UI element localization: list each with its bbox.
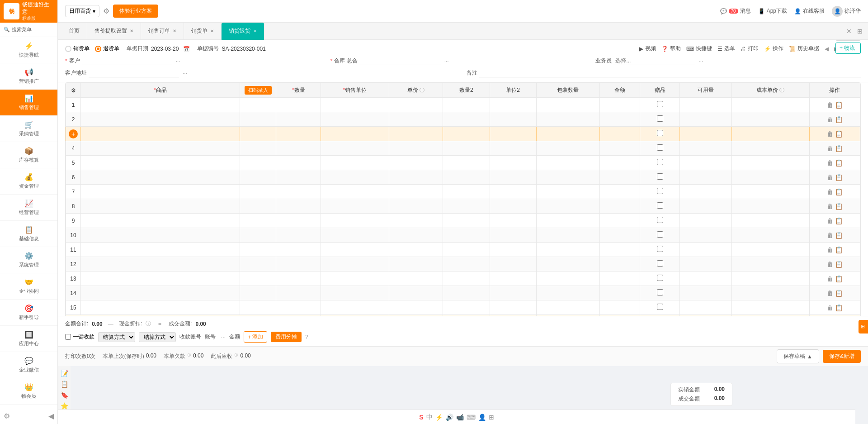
sidebar-item-system[interactable]: ⚙️ 系统管理 <box>0 247 57 273</box>
add-payment-btn[interactable]: + 添加 <box>244 331 267 343</box>
right-sidebar-btn-4[interactable]: ⭐ <box>61 402 68 410</box>
delete-row-btn-2[interactable]: 🗑 <box>827 116 833 123</box>
copy-row-btn-7[interactable]: 📋 <box>835 188 843 195</box>
address-dots-btn[interactable]: ··· <box>183 70 187 76</box>
copy-row-btn-3[interactable]: 📋 <box>835 130 843 138</box>
video-action-btn[interactable]: ▶ 视频 <box>639 45 656 52</box>
sidebar-item-finance[interactable]: 💰 资金管理 <box>0 168 57 195</box>
taskbar-icon-7[interactable]: 👤 <box>478 414 486 421</box>
history-action-btn[interactable]: 📜 历史单据 <box>789 45 819 52</box>
gift-checkbox-row-15[interactable] <box>657 304 663 310</box>
header-gear-icon[interactable]: ⚙ <box>103 7 109 15</box>
tab-sales-order[interactable]: 销售订单 ✕ <box>141 23 184 40</box>
right-sidebar-btn-2[interactable]: 📋 <box>61 381 68 388</box>
app-download-btn[interactable]: 📱 App下载 <box>758 7 787 15</box>
copy-row-btn-9[interactable]: 📋 <box>835 217 843 224</box>
close-sales-tab[interactable]: ✕ <box>210 29 214 33</box>
collect-checkbox-input[interactable] <box>65 334 71 340</box>
delete-row-btn-4[interactable]: 🗑 <box>827 145 833 152</box>
delete-row-btn-3[interactable]: 🗑 <box>827 130 833 138</box>
gift-checkbox-row-7[interactable] <box>657 188 663 194</box>
copy-row-btn-14[interactable]: 📋 <box>835 290 843 297</box>
collapse-sidebar-icon[interactable]: ◀ <box>48 412 54 420</box>
taskbar-icon-8[interactable]: ⊞ <box>489 414 494 421</box>
close-price-settings-tab[interactable]: ✕ <box>130 29 133 33</box>
shortcut-action-btn[interactable]: ⌨ 快捷键 <box>686 45 712 52</box>
product-input-row-3[interactable] <box>84 131 237 137</box>
copy-row-btn-1[interactable]: 📋 <box>835 101 843 109</box>
customer-input[interactable] <box>82 57 172 65</box>
copy-row-btn-8[interactable]: 📋 <box>835 203 843 210</box>
calendar-icon[interactable]: 📅 <box>183 46 190 52</box>
delete-row-btn-7[interactable]: 🗑 <box>827 188 833 195</box>
sidebar-item-enterprise[interactable]: 🤝 企业协同 <box>0 273 57 300</box>
calc-method-select[interactable]: 结算方式 <box>139 332 176 342</box>
account-dots-btn[interactable]: ··· <box>221 334 226 340</box>
delete-row-btn-14[interactable]: 🗑 <box>827 290 833 297</box>
warehouse-input[interactable] <box>359 57 441 65</box>
print-action-btn[interactable]: 🖨 打印 <box>741 45 759 52</box>
gift-checkbox-row-2[interactable] <box>657 115 663 122</box>
gift-checkbox-row-1[interactable] <box>657 101 663 107</box>
taskbar-icon-2[interactable]: 中 <box>426 413 433 421</box>
taskbar-icon-5[interactable]: 📹 <box>456 414 464 421</box>
user-avatar[interactable]: 👤 徐泽华 <box>832 6 861 17</box>
sidebar-item-member[interactable]: 👑 畅会员 <box>0 378 57 405</box>
gift-checkbox-row-4[interactable] <box>657 144 663 151</box>
taskbar-icon-4[interactable]: 🔊 <box>446 414 453 421</box>
sidebar-item-wechat[interactable]: 💬 企业微信 <box>0 352 57 378</box>
delete-row-btn-13[interactable]: 🗑 <box>827 275 833 282</box>
save-new-btn[interactable]: 保存&新增 <box>823 350 861 363</box>
scan-input-btn[interactable]: 扫码录入 <box>245 86 272 95</box>
tab-sales-return[interactable]: 销货退货 ✕ <box>222 23 264 40</box>
copy-row-btn-15[interactable]: 📋 <box>835 304 843 311</box>
sidebar-item-shortcut[interactable]: ⚡ 快捷导航 <box>0 37 57 63</box>
gift-checkbox-row-11[interactable] <box>657 246 663 252</box>
sidebar-item-sales[interactable]: 📊 销售管理 <box>0 90 57 116</box>
gift-checkbox-row-14[interactable] <box>657 289 663 295</box>
col-gear-header[interactable]: ⚙ <box>66 83 81 98</box>
operate-action-btn[interactable]: ⚡ 操作 <box>764 45 783 52</box>
copy-row-btn-5[interactable]: 📋 <box>835 159 843 167</box>
delete-row-btn-8[interactable]: 🗑 <box>827 203 833 210</box>
delete-row-btn-1[interactable]: 🗑 <box>827 101 833 109</box>
gift-checkbox-row-13[interactable] <box>657 275 663 281</box>
sidebar-item-purchase[interactable]: 🛒 采购管理 <box>0 116 57 142</box>
copy-row-btn-6[interactable]: 📋 <box>835 174 843 181</box>
close-tab-icon[interactable]: ✕ <box>844 27 854 36</box>
one-click-collect-checkbox[interactable]: 一键收款 <box>65 333 94 341</box>
right-sidebar-btn-1[interactable]: 📝 <box>61 370 68 377</box>
save-draft-btn[interactable]: 保存草稿 ▲ <box>777 349 819 363</box>
settings-gear-icon[interactable]: ⚙ <box>4 412 10 420</box>
copy-row-btn-13[interactable]: 📋 <box>835 275 843 282</box>
taskbar-icon-6[interactable]: ⌨ <box>467 414 476 421</box>
close-sales-order-tab[interactable]: ✕ <box>173 29 176 33</box>
copy-row-btn-11[interactable]: 📋 <box>835 246 843 253</box>
delete-row-btn-9[interactable]: 🗑 <box>827 217 833 224</box>
taskbar-icon-3[interactable]: ⚡ <box>435 414 443 421</box>
copy-row-btn-12[interactable]: 📋 <box>835 261 843 268</box>
settings-side-btn[interactable]: ⚙ 设置 <box>835 40 861 41</box>
gift-checkbox-row-10[interactable] <box>657 231 663 238</box>
delete-row-btn-10[interactable]: 🗑 <box>827 232 833 239</box>
sidebar-item-operations[interactable]: 📈 经营管理 <box>0 195 57 221</box>
settlement-method-select[interactable]: 结算方式 <box>98 332 135 342</box>
sidebar-item-basic[interactable]: 📋 基础信息 <box>0 221 57 247</box>
customer-dots-btn[interactable]: ··· <box>176 58 180 64</box>
sidebar-item-marketing[interactable]: 📢 营销推广 <box>0 63 57 90</box>
copy-row-btn-2[interactable]: 📋 <box>835 116 843 123</box>
help-action-btn[interactable]: ❓ 帮助 <box>661 45 681 52</box>
fenyong-btn[interactable]: 费用分摊 <box>271 332 302 342</box>
gift-checkbox-row-12[interactable] <box>657 260 663 267</box>
sidebar-item-appstore[interactable]: 🔲 应用中心 <box>0 326 57 352</box>
add-row-btn[interactable]: + <box>69 129 78 138</box>
gift-checkbox-row-9[interactable] <box>657 217 663 223</box>
online-service-btn[interactable]: 👤 在线客服 <box>794 7 825 15</box>
gift-checkbox-row-6[interactable] <box>657 173 663 180</box>
note-input[interactable] <box>479 69 861 77</box>
search-menu[interactable]: 🔍 搜索菜单 <box>0 23 57 37</box>
delete-row-btn-15[interactable]: 🗑 <box>827 304 833 311</box>
tab-price-settings[interactable]: 售价提取设置 ✕ <box>87 23 141 40</box>
sidebar-item-inventory[interactable]: 📦 库存核算 <box>0 142 57 168</box>
notifications-btn[interactable]: 💬 70 消息 <box>720 7 751 15</box>
